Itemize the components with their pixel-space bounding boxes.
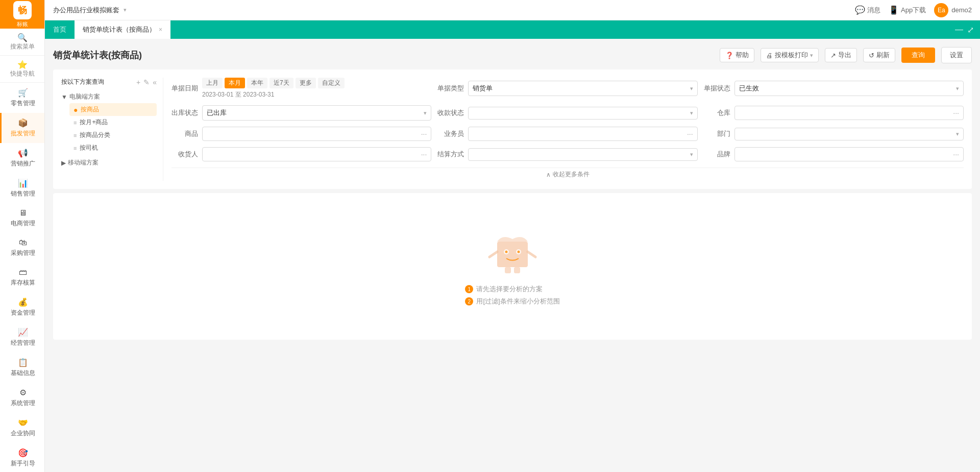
- date-tag-this-month[interactable]: 本月: [225, 78, 245, 88]
- settings-button[interactable]: 设置: [941, 47, 972, 63]
- sidebar-item-sales-label: 销售管理: [11, 190, 35, 198]
- app-logo: 畅 标账: [0, 0, 44, 29]
- filter-field-receiptstatus: 收款状态 ▾: [437, 105, 697, 121]
- industry-dropdown-icon[interactable]: ▾: [124, 7, 127, 13]
- filter-field-docstatus: 单据状态 已生效 ▾: [704, 78, 964, 99]
- salesperson-dots-icon[interactable]: ···: [687, 130, 693, 138]
- goods-control[interactable]: ···: [202, 127, 431, 141]
- sidebar-item-inventory[interactable]: 🗃 库存核算: [0, 263, 44, 292]
- sidebar-item-ecommerce[interactable]: 🖥 电商管理: [0, 203, 44, 233]
- settlement-select[interactable]: ▾: [468, 148, 697, 161]
- tip-num-1: 1: [465, 285, 473, 293]
- brand-control[interactable]: ···: [734, 147, 964, 161]
- search-menu[interactable]: 🔍 搜索菜单: [0, 29, 44, 56]
- sidebar-item-ecommerce-label: 电商管理: [11, 219, 35, 228]
- query-button[interactable]: 查询: [901, 48, 935, 63]
- scheme-edit-icon[interactable]: ✎: [143, 78, 150, 86]
- outstatus-control[interactable]: 已出库 ▾: [202, 105, 431, 121]
- salesperson-select[interactable]: ···: [468, 127, 697, 141]
- window-min-icon[interactable]: —: [955, 25, 963, 34]
- scheme-item-by-goods[interactable]: ● 按商品: [69, 103, 157, 116]
- app-download-link[interactable]: 📱 App下载: [889, 5, 926, 15]
- brand-dots-icon[interactable]: ···: [953, 150, 959, 158]
- refresh-button[interactable]: ↺ 刷新: [863, 48, 895, 62]
- date-tag-custom[interactable]: 自定义: [318, 78, 345, 88]
- collapse-label: 收起更多条件: [553, 170, 590, 179]
- sidebar-item-operation[interactable]: 📈 经营管理: [0, 322, 44, 352]
- receiptstatus-select[interactable]: ▾: [468, 107, 697, 120]
- sidebar-item-sales[interactable]: 📊 销售管理: [0, 173, 44, 203]
- warehouse-dots-icon[interactable]: ···: [953, 109, 959, 117]
- brand-select[interactable]: ···: [734, 147, 964, 161]
- goods-select[interactable]: ···: [202, 127, 431, 141]
- department-control[interactable]: ▾: [734, 128, 964, 140]
- date-tag-more[interactable]: 更多: [296, 78, 316, 88]
- scheme-add-icon[interactable]: +: [136, 78, 140, 86]
- sidebar-item-collab[interactable]: 🤝 企业协同: [0, 413, 44, 443]
- tab-active[interactable]: 销货单统计表（按商品） ×: [75, 20, 170, 39]
- doctype-control[interactable]: 销货单 ▾: [468, 81, 697, 96]
- sidebar-item-marketing[interactable]: 📢 营销推广: [0, 143, 44, 173]
- salesperson-control[interactable]: ···: [468, 127, 697, 141]
- window-max-icon[interactable]: ⤢: [967, 25, 974, 35]
- filter-row-4: 收货人 ··· 结算方式: [172, 147, 964, 161]
- receiver-select[interactable]: ···: [202, 147, 431, 161]
- scheme-item-by-category[interactable]: ≡ 按商品分类: [69, 129, 157, 141]
- app-download-icon: 📱: [889, 5, 899, 15]
- page-title: 销货单统计表(按商品): [53, 49, 142, 61]
- scheme-item-by-driver[interactable]: ≡ 按司机: [69, 141, 157, 154]
- sidebar-item-purchase[interactable]: 🛍 采购管理: [0, 233, 44, 263]
- scheme-group-pc-title[interactable]: ▼ 电脑端方案: [61, 90, 157, 103]
- collapse-button[interactable]: ∧ 收起更多条件: [546, 170, 590, 179]
- quick-nav[interactable]: ⭐ 快捷导航: [0, 56, 44, 83]
- receiptstatus-control[interactable]: ▾: [468, 107, 697, 120]
- department-label: 部门: [704, 129, 730, 138]
- scheme-items-pc: ● 按商品 ≡ 按月+商品 ≡ 按商品分类: [61, 103, 157, 154]
- scheme-collapse-icon[interactable]: «: [153, 78, 157, 86]
- warehouse-control[interactable]: ···: [734, 106, 964, 120]
- message-icon: 💬: [855, 5, 865, 15]
- sidebar-item-finance[interactable]: 💰 资金管理: [0, 292, 44, 322]
- avatar-text: Ea: [938, 7, 945, 14]
- docstatus-control[interactable]: 已生效 ▾: [734, 81, 964, 96]
- svg-line-5: [489, 252, 497, 257]
- scheme-panel: 按以下方案查询 + ✎ « ▼ 电脑端方案: [61, 78, 163, 181]
- tab-close-icon[interactable]: ×: [159, 26, 162, 33]
- docstatus-value: 已生效: [739, 84, 954, 93]
- tab-home[interactable]: 首页: [45, 20, 75, 39]
- receiver-dots-icon[interactable]: ···: [421, 150, 427, 158]
- sidebar-item-system[interactable]: ⚙ 系统管理: [0, 383, 44, 413]
- department-select[interactable]: ▾: [734, 128, 964, 140]
- export-button[interactable]: ↗ 导出: [825, 48, 857, 62]
- doctype-select[interactable]: 销货单 ▾: [468, 81, 697, 96]
- outstatus-select[interactable]: 已出库 ▾: [202, 105, 431, 121]
- receiver-control[interactable]: ···: [202, 147, 431, 161]
- print-button[interactable]: 🖨 按模板打印 ▾: [761, 48, 819, 62]
- docstatus-select[interactable]: 已生效 ▾: [734, 81, 964, 96]
- mobile-group-arrow-icon: ▶: [61, 159, 66, 167]
- filter-field-warehouse: 仓库 ···: [704, 105, 964, 121]
- help-button[interactable]: ❓ 帮助: [720, 48, 754, 62]
- collapse-icon: ∧: [546, 171, 551, 178]
- scheme-group-mobile-title[interactable]: ▶ 移动端方案: [61, 156, 157, 169]
- sidebar-item-guide[interactable]: 🎯 新手引导: [0, 443, 44, 472]
- sidebar-item-retail[interactable]: 🛒 零售管理: [0, 83, 44, 113]
- warehouse-select[interactable]: ···: [734, 106, 964, 120]
- date-tag-7days[interactable]: 近7天: [270, 78, 293, 88]
- basic-icon: 📋: [18, 358, 28, 367]
- date-tag-last-month[interactable]: 上月: [202, 78, 223, 88]
- sidebar-item-basic[interactable]: 📋 基础信息: [0, 352, 44, 383]
- date-tag-this-year[interactable]: 本年: [247, 78, 267, 88]
- header-right: 💬 消息 📱 App下载 Ea demo2: [855, 3, 972, 17]
- inventory-icon: 🗃: [19, 268, 27, 277]
- filter-field-department: 部门 ▾: [704, 127, 964, 141]
- user-area[interactable]: Ea demo2: [934, 3, 972, 17]
- scheme-group-mobile: ▶ 移动端方案: [61, 156, 157, 169]
- by-driver-label: 按司机: [80, 144, 98, 152]
- sidebar-item-wholesale[interactable]: 📦 批发管理: [0, 113, 44, 143]
- goods-dots-icon[interactable]: ···: [421, 130, 427, 138]
- scheme-item-by-month-goods[interactable]: ≡ 按月+商品: [69, 116, 157, 129]
- message-link[interactable]: 💬 消息: [855, 5, 880, 15]
- settlement-control[interactable]: ▾: [468, 148, 697, 161]
- scheme-header: 按以下方案查询 + ✎ «: [61, 78, 157, 86]
